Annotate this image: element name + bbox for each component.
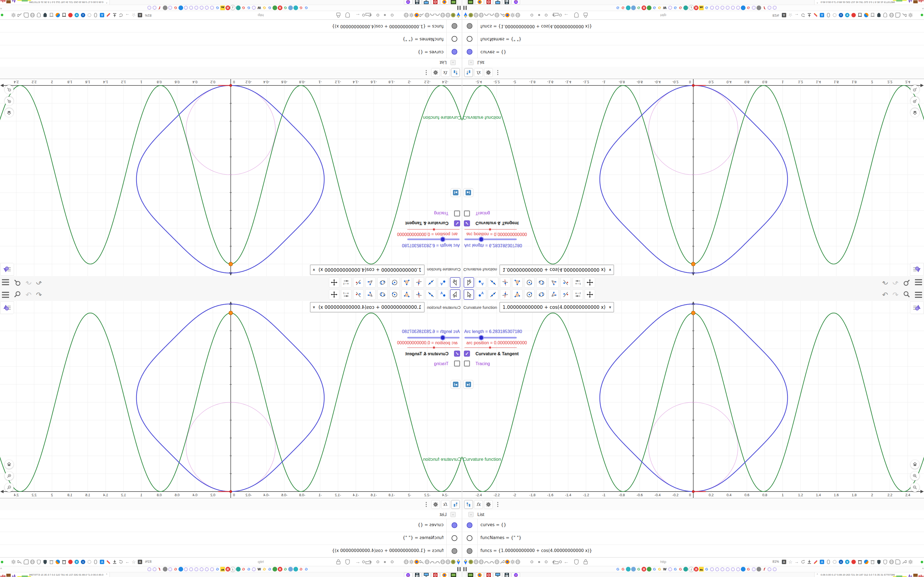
dock-app-floppy-64[interactable]: 64 — [413, 0, 422, 5]
tab-dot-icon[interactable] — [559, 561, 562, 563]
graphics-view[interactable]: -2.4-2.2-2-1.8-1.6-1.4-1.2-1-0.8-0.6-0.4… — [0, 301, 462, 498]
zoom-in-button[interactable] — [911, 472, 919, 480]
redo-icon[interactable]: ↷ — [26, 291, 32, 298]
extension-gear-icon[interactable] — [11, 559, 16, 565]
bookmark-favicon[interactable] — [163, 5, 168, 10]
bookmark-favicon[interactable] — [626, 567, 631, 572]
algebra-row-funcNames[interactable]: funcNames = {" "} — [0, 532, 462, 545]
dock-app-terminal-green[interactable] — [449, 572, 458, 577]
visibility-marble[interactable] — [452, 23, 457, 29]
bookmark-favicon[interactable] — [715, 567, 719, 572]
tool-reflect-about-line-button[interactable] — [561, 289, 571, 300]
collapse-chevron-icon[interactable]: ^ — [922, 567, 924, 571]
fx-button[interactable]: fx — [441, 68, 450, 77]
bookmark-favicon[interactable]: i — [688, 567, 694, 572]
arc-length-slider-knob[interactable] — [440, 237, 446, 242]
bookmark-favicon[interactable]: f — [762, 567, 766, 572]
bookmark-favicon[interactable] — [668, 5, 672, 10]
bookmark-favicon[interactable] — [220, 5, 225, 10]
settings-button[interactable] — [431, 500, 440, 509]
collapse-chevron-icon[interactable]: ^ — [0, 6, 2, 10]
status-chevron-icon[interactable]: ^ — [106, 573, 107, 576]
tool-polygon-button[interactable] — [512, 277, 522, 288]
extension-trash2-icon[interactable] — [870, 12, 876, 18]
style-bar-button[interactable] — [0, 301, 14, 314]
tool-line-button[interactable] — [426, 277, 436, 288]
search-icon[interactable] — [13, 290, 21, 299]
bookmark-favicon[interactable]: G — [246, 567, 251, 572]
bookmark-favicon[interactable]: G — [262, 567, 267, 572]
dock-app-robot-purple[interactable] — [404, 572, 412, 577]
bookmark-favicon[interactable] — [756, 567, 761, 572]
extension-thumb-icon[interactable] — [23, 559, 29, 565]
tool-slider-button[interactable]: a = 2 — [341, 277, 351, 288]
lock-icon[interactable] — [583, 559, 588, 565]
extension-pen-icon[interactable] — [106, 559, 111, 565]
extension-download-icon[interactable] — [806, 559, 812, 565]
extension-translate-dark-icon[interactable]: A — [137, 559, 143, 565]
firefox-icon[interactable] — [414, 559, 419, 565]
bookmark-favicon[interactable] — [631, 567, 636, 572]
extension-globe-icon[interactable] — [889, 12, 894, 18]
chevron-down-icon[interactable]: ▼ — [608, 305, 612, 309]
status-chevron-icon[interactable]: ^ — [817, 573, 818, 576]
bookmark-favicon[interactable]: Я — [694, 567, 698, 572]
algebra-row-funcs[interactable]: funcs = {1.00000000000 + cos(4.000000000… — [462, 545, 924, 558]
url-text[interactable]: http — [660, 13, 666, 17]
tool-point-button[interactable]: A — [438, 289, 448, 300]
algebra-row-funcNames[interactable]: funcNames = {" "} — [462, 32, 924, 45]
curvature-function-input[interactable]: 1.000000000000 + cos(4.000000000000 x) ▼ — [499, 302, 614, 313]
dock-app-robot-purple[interactable] — [512, 0, 520, 5]
dock-app-terminal-green[interactable] — [449, 0, 458, 5]
globe-icon[interactable] — [445, 559, 451, 565]
bookmark-favicon[interactable] — [178, 5, 183, 10]
home-button[interactable] — [911, 108, 919, 117]
extension-translate-dark-icon[interactable]: A — [781, 12, 787, 18]
bookmark-favicon[interactable] — [273, 567, 277, 572]
redo-icon[interactable]: ↷ — [26, 279, 32, 286]
wrench-icon[interactable] — [419, 559, 425, 565]
globe-icon[interactable] — [478, 12, 484, 18]
play-step-button[interactable]: ▶ — [451, 380, 460, 389]
tool-angle-button[interactable]: α — [365, 289, 376, 300]
dock-app-firefox[interactable] — [475, 0, 484, 5]
back-arrow-icon[interactable]: ← — [564, 559, 569, 565]
bookmark-favicon[interactable]: G — [657, 567, 662, 572]
bookmark-favicon[interactable] — [147, 567, 152, 572]
extension-thumb-icon[interactable] — [23, 12, 29, 18]
arc-position-slider-knob[interactable] — [433, 346, 435, 349]
status-chevron-icon[interactable]: ^ — [106, 1, 107, 4]
algebra-row-curves[interactable]: curves = {} — [0, 45, 462, 58]
folder-icon[interactable] — [365, 13, 371, 17]
dock-app-robot-purple[interactable] — [512, 572, 520, 577]
fx-button[interactable]: fx — [441, 500, 450, 509]
dock-app-floppy-64[interactable]: 64 — [502, 0, 511, 5]
bookmark-favicon[interactable]: G — [636, 5, 641, 10]
tool-slider-button[interactable]: a = 2 — [341, 289, 351, 300]
bookmark-favicon[interactable] — [168, 5, 173, 10]
extension-plus-blue-icon[interactable]: + — [838, 12, 844, 18]
algebra-row-funcs[interactable]: funcs = {1.00000000000 + cos(4.000000000… — [0, 19, 462, 32]
bookmark-favicon[interactable]: G — [241, 567, 246, 572]
bookmark-favicon[interactable] — [199, 5, 204, 10]
pin-icon[interactable] — [456, 12, 461, 18]
tool-polygon-button[interactable] — [402, 289, 412, 300]
extension-arrow-right-icon[interactable]: → — [794, 559, 800, 565]
bookmark-favicon[interactable] — [683, 5, 688, 10]
tab-dot-icon[interactable] — [362, 14, 365, 16]
globe-icon[interactable] — [473, 559, 479, 565]
bookmark-favicon[interactable] — [647, 567, 651, 572]
bookmark-favicon[interactable] — [184, 567, 188, 572]
bookmark-favicon[interactable] — [273, 5, 277, 10]
bookmark-favicon[interactable] — [725, 5, 730, 10]
globe-icon[interactable] — [515, 12, 520, 18]
extension-flower-icon[interactable] — [832, 12, 837, 18]
zoom-out-button[interactable] — [911, 483, 919, 492]
extension-shield-dark-icon[interactable] — [42, 12, 48, 18]
tool-perpendicular-line-button[interactable] — [414, 289, 424, 300]
visibility-marble[interactable] — [467, 535, 472, 541]
bookmark-favicon[interactable]: G — [615, 567, 620, 572]
extension-thumb-icon[interactable] — [895, 12, 901, 18]
bookmark-favicon[interactable] — [736, 5, 740, 10]
dock-app-terminal-green[interactable] — [466, 572, 475, 577]
